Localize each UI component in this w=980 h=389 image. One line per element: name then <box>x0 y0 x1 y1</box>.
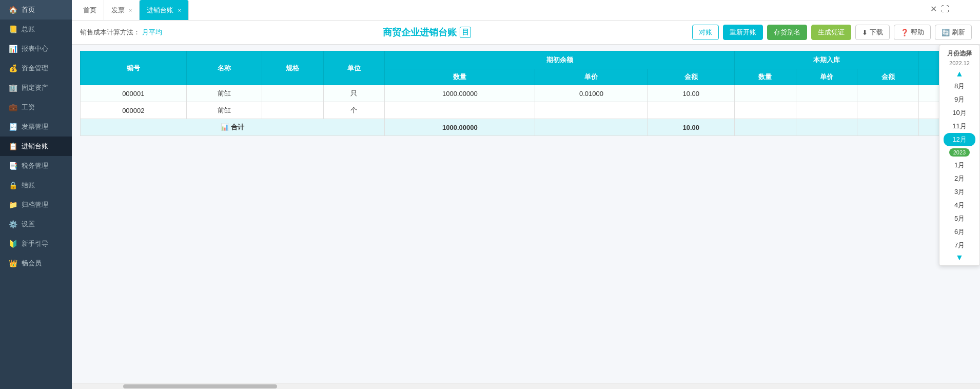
sidebar-item-fixed-assets[interactable]: 🏢 固定资产 <box>0 78 72 98</box>
help-label: 帮助 <box>911 28 924 37</box>
assets-icon: 🏢 <box>8 84 17 92</box>
ledger-icon: 📒 <box>8 25 17 33</box>
sidebar-item-payroll[interactable]: 💼 工资 <box>0 98 72 117</box>
year-2023-badge: 2023 <box>949 148 970 157</box>
month-10[interactable]: 10月 <box>939 106 979 120</box>
month-5[interactable]: 5月 <box>939 212 979 225</box>
month-3[interactable]: 3月 <box>939 185 979 199</box>
tab-invoice[interactable]: 发票 × <box>104 0 140 20</box>
sidebar-item-tax[interactable]: 📑 税务管理 <box>0 156 72 176</box>
col-spec-header: 规格 <box>262 51 323 85</box>
total-icon: 📊 <box>221 123 229 131</box>
month-6[interactable]: 6月 <box>939 225 979 239</box>
tab-inventory[interactable]: 进销台账 × <box>140 0 188 20</box>
sidebar-item-label: 工资 <box>22 103 35 112</box>
sidebar-item-member[interactable]: 👑 畅会员 <box>0 254 72 273</box>
close-window-button[interactable]: ✕ <box>930 4 937 14</box>
cell-in-price <box>796 102 857 119</box>
sidebar-item-closing[interactable]: 🔒 结账 <box>0 176 72 195</box>
content-area: 销售成本计算方法： 月平均 商贸企业进销台账 目 对账 重新开账 存货别名 生成… <box>72 21 980 389</box>
sidebar-item-invoice[interactable]: 🧾 发票管理 <box>0 117 72 137</box>
cell-code: 000002 <box>81 102 187 119</box>
month-2[interactable]: 2月 <box>939 172 979 185</box>
month-9[interactable]: 9月 <box>939 93 979 106</box>
help-button[interactable]: ❓ 帮助 <box>894 25 931 40</box>
fund-icon: 💰 <box>8 64 17 72</box>
download-label: 下载 <box>870 28 883 37</box>
download-icon: ⬇ <box>862 29 868 36</box>
tab-home-label: 首页 <box>83 6 96 15</box>
sidebar-item-label: 结账 <box>22 181 35 190</box>
refresh-button[interactable]: 🔄 刷新 <box>935 25 972 40</box>
cost-method-info: 销售成本计算方法： 月平均 <box>80 28 162 37</box>
month-12[interactable]: 12月 <box>944 133 975 146</box>
tab-invoice-close[interactable]: × <box>129 7 132 13</box>
table-area: 编号 名称 规格 单位 期初余额 本期入库 数 数量 单价 金额 数量 单价 <box>72 45 980 383</box>
cell-name: 前缸 <box>186 102 262 119</box>
cost-method-label: 销售成本计算方法： <box>80 28 140 36</box>
total-in-price <box>796 119 857 136</box>
cell-code: 000001 <box>81 85 187 102</box>
scrollbar-thumb[interactable] <box>123 384 277 388</box>
inventory-icon: 📋 <box>8 142 17 150</box>
generate-voucher-button[interactable]: 生成凭证 <box>811 25 851 40</box>
home-icon: 🏠 <box>8 6 17 14</box>
month-8[interactable]: 8月 <box>939 80 979 93</box>
page-title: 商贸企业进销台账 <box>383 26 457 38</box>
member-icon: 👑 <box>8 259 17 267</box>
invoice-icon: 🧾 <box>8 123 17 131</box>
download-button[interactable]: ⬇ 下载 <box>855 25 890 40</box>
reconcile-button[interactable]: 对账 <box>692 25 719 40</box>
col-in-qty-header: 数量 <box>734 69 796 85</box>
table-row: 000002 前缸 个 <box>81 102 972 119</box>
total-opening-qty: 1000.00000 <box>385 119 535 136</box>
refresh-label: 刷新 <box>952 28 965 37</box>
sidebar-item-archive[interactable]: 📁 归档管理 <box>0 195 72 215</box>
sidebar-item-fund[interactable]: 💰 资金管理 <box>0 59 72 78</box>
sidebar-item-label: 新手引导 <box>22 239 48 248</box>
sidebar-item-settings[interactable]: ⚙️ 设置 <box>0 215 72 234</box>
col-opening-amount-header: 金额 <box>648 69 735 85</box>
cell-unit: 个 <box>323 102 385 119</box>
tab-inventory-close[interactable]: × <box>178 7 181 13</box>
sidebar-item-inventory[interactable]: 📋 进销台账 <box>0 137 72 156</box>
tab-home[interactable]: 首页 <box>76 0 104 20</box>
help-icon: ❓ <box>900 29 909 36</box>
cell-spec <box>262 102 323 119</box>
month-nav-down[interactable]: ▼ <box>939 252 979 263</box>
total-label-cell: 📊 合计 <box>81 119 385 136</box>
month-4[interactable]: 4月 <box>939 199 979 212</box>
month-nav-up[interactable]: ▲ <box>939 68 979 80</box>
window-controls: ✕ ⛶ <box>930 4 949 14</box>
col-opening-price-header: 单价 <box>535 69 648 85</box>
sidebar-item-reports[interactable]: 📊 报表中心 <box>0 39 72 59</box>
top-bar: 销售成本计算方法： 月平均 商贸企业进销台账 目 对账 重新开账 存货别名 生成… <box>72 21 980 45</box>
col-opening-qty-header: 数量 <box>385 69 535 85</box>
sidebar-item-home[interactable]: 🏠 首页 <box>0 0 72 20</box>
cell-opening-qty <box>385 102 535 119</box>
cell-opening-price <box>535 102 648 119</box>
save-alias-button[interactable]: 存货别名 <box>767 25 807 40</box>
month-panel-year-label: 2022.12 <box>939 59 979 68</box>
month-11[interactable]: 11月 <box>939 120 979 133</box>
total-row: 📊 合计 1000.00000 10.00 <box>81 119 972 136</box>
month-panel-title: 月份选择 <box>939 47 979 59</box>
cell-opening-qty: 1000.00000 <box>385 85 535 102</box>
sidebar-item-guide[interactable]: 🔰 新手引导 <box>0 234 72 254</box>
reopen-button[interactable]: 重新开账 <box>723 25 763 40</box>
sidebar-item-label: 税务管理 <box>22 161 48 170</box>
cell-opening-amount: 10.00 <box>648 85 735 102</box>
horizontal-scrollbar[interactable] <box>72 383 980 389</box>
maximize-window-button[interactable]: ⛶ <box>941 5 949 14</box>
sidebar-item-general-ledger[interactable]: 📒 总账 <box>0 20 72 39</box>
refresh-icon: 🔄 <box>942 29 950 36</box>
archive-icon: 📁 <box>8 201 17 209</box>
page-title-area: 商贸企业进销台账 目 <box>383 26 471 38</box>
tab-bar: 首页 发票 × 进销台账 × <box>72 0 980 21</box>
sidebar: 🏠 首页 📒 总账 📊 报表中心 💰 资金管理 🏢 固定资产 💼 工资 🧾 发票… <box>0 0 72 389</box>
sidebar-item-label: 畅会员 <box>22 259 42 268</box>
month-1[interactable]: 1月 <box>939 159 979 172</box>
sidebar-item-label: 设置 <box>22 220 35 229</box>
month-7[interactable]: 7月 <box>939 239 979 252</box>
title-edit-icon[interactable]: 目 <box>460 27 471 38</box>
